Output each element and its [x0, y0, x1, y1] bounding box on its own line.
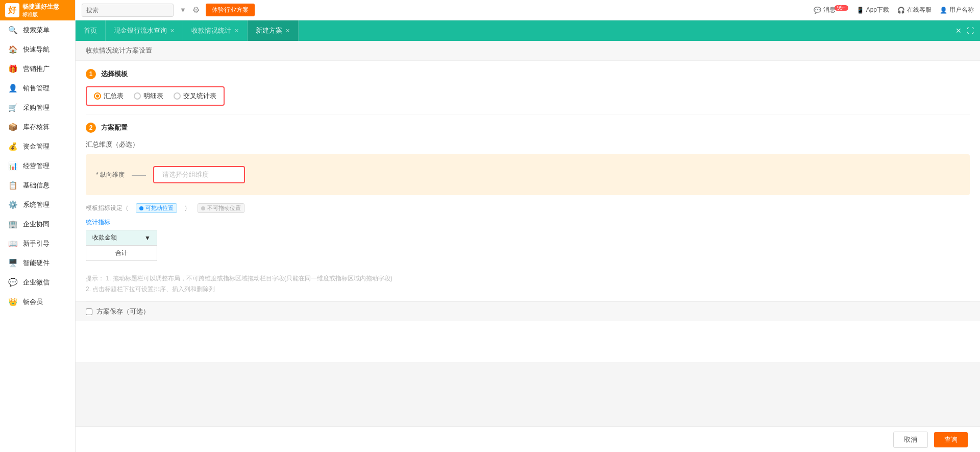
tips-section: 提示： 1. 拖动标题栏可以调整布局，不可跨维度或指标区域拖动栏目字段(只能在同…	[76, 269, 980, 301]
system-icon: ⚙️	[8, 200, 18, 209]
step2-title: 方案配置	[101, 123, 128, 132]
tab-receipt-stats-label: 收款情况统计	[191, 26, 231, 35]
step1-title: 选择模板	[101, 69, 128, 79]
tab-bar: 首页 现金银行流水查询 ✕ 收款情况统计 ✕ 新建方案 ✕ ✕ ⛶	[76, 20, 980, 41]
save-option: 方案保存（可选）	[76, 301, 980, 321]
online-service-btn[interactable]: 🎧 在线客服	[897, 6, 932, 14]
cancel-button[interactable]: 取消	[893, 432, 928, 448]
row-label: 合计	[115, 249, 128, 256]
step2-header: 2 方案配置	[86, 123, 970, 133]
step1-number: 1	[86, 69, 96, 79]
step1-header: 1 选择模板	[86, 69, 970, 79]
sidebar-item-system[interactable]: ⚙️ 系统管理	[0, 195, 75, 215]
user-icon: 👤	[940, 7, 947, 14]
metrics-separator: ）	[184, 204, 190, 212]
sidebar-label-marketing: 营销推广	[23, 64, 50, 74]
app-download-btn[interactable]: 📱 App下载	[856, 6, 889, 14]
tab-expand-icon[interactable]: ⛶	[967, 27, 974, 35]
enterprise-icon: 🏢	[8, 220, 18, 229]
sidebar-label-purchase: 采购管理	[23, 103, 50, 112]
metrics-table-header[interactable]: 收款金额 ▼	[86, 230, 157, 246]
non-movable-label: 不可拖动位置	[207, 204, 241, 212]
marketing-icon: 🎁	[8, 64, 18, 74]
save-checkbox[interactable]	[86, 308, 92, 315]
sidebar-label-finance: 资金管理	[23, 142, 50, 151]
quick-nav-icon: 🏠	[8, 45, 18, 54]
sidebar-item-search-menu[interactable]: 🔍 搜索菜单	[0, 20, 75, 40]
radio-cross-label: 交叉统计表	[183, 91, 216, 101]
sidebar-label-member: 畅会员	[23, 297, 43, 306]
tab-new-plan[interactable]: 新建方案 ✕	[248, 20, 299, 41]
tab-receipt-stats-close[interactable]: ✕	[234, 28, 239, 34]
header-right: 💬 消息 99+ 📱 App下载 🎧 在线客服 👤 用户名称	[814, 6, 974, 14]
tab-bar-actions: ✕ ⛶	[949, 20, 980, 41]
save-option-label: 方案保存（可选）	[96, 307, 150, 316]
tab-bank-flow-close[interactable]: ✕	[170, 28, 175, 34]
user-info[interactable]: 👤 用户名称	[940, 6, 974, 14]
radio-summary-label: 汇总表	[104, 91, 124, 101]
trial-btn[interactable]: 体验行业方案	[206, 4, 255, 16]
tab-new-plan-close[interactable]: ✕	[285, 28, 290, 34]
sidebar-item-marketing[interactable]: 🎁 营销推广	[0, 59, 75, 79]
tab-home[interactable]: 首页	[76, 20, 106, 41]
sidebar-label-guide: 新手引导	[23, 239, 50, 248]
sidebar-label-enterprise: 企业协同	[23, 220, 50, 229]
edition-badge: 标准版	[22, 11, 59, 18]
dimension-section-title: 汇总维度（必选）	[86, 140, 970, 149]
sidebar-item-inventory[interactable]: 📦 库存核算	[0, 117, 75, 137]
sidebar-item-wechat[interactable]: 💬 企业微信	[0, 273, 75, 292]
message-btn[interactable]: 💬 消息 99+	[814, 6, 848, 14]
search-input[interactable]	[82, 4, 174, 17]
dimension-select-placeholder: 请选择分组维度	[162, 170, 209, 179]
radio-cross-circle	[174, 92, 181, 100]
settings-icon[interactable]: ⚙	[192, 5, 200, 15]
sidebar-item-finance[interactable]: 💰 资金管理	[0, 137, 75, 156]
sidebar-item-enterprise[interactable]: 🏢 企业协同	[0, 215, 75, 234]
sidebar-label-sales: 销售管理	[23, 84, 50, 93]
inventory-icon: 📦	[8, 123, 18, 132]
non-movable-tag: 不可拖动位置	[198, 203, 244, 213]
app-icon: 📱	[856, 7, 864, 14]
sidebar-logo: 好 畅捷通好生意 标准版	[0, 0, 75, 20]
radio-summary[interactable]: 汇总表	[94, 91, 124, 101]
user-name: 用户名称	[949, 6, 974, 14]
message-badge: 99+	[835, 5, 848, 11]
metrics-content: 统计指标 收款金额 ▼ 合计	[86, 218, 970, 261]
top-header: ▼ ⚙ 体验行业方案 💬 消息 99+ 📱 App下载 🎧 在线客服 👤 用户名…	[76, 0, 980, 20]
step2-number: 2	[86, 123, 96, 133]
tab-bank-flow-label: 现金银行流水查询	[114, 26, 167, 35]
sidebar: 好 畅捷通好生意 标准版 🔍 搜索菜单 🏠 快速导航 🎁 营销推广 👤 销售管理…	[0, 0, 76, 452]
logo-text: 畅捷通好生意	[22, 3, 59, 11]
arrow-icon: ——	[132, 171, 146, 179]
sidebar-item-quick-nav[interactable]: 🏠 快速导航	[0, 40, 75, 59]
radio-detail[interactable]: 明细表	[134, 91, 163, 101]
sidebar-item-purchase[interactable]: 🛒 采购管理	[0, 98, 75, 117]
sidebar-item-sales[interactable]: 👤 销售管理	[0, 79, 75, 98]
message-icon: 💬	[814, 7, 821, 14]
sidebar-label-base-info: 基础信息	[23, 181, 50, 190]
app-download-label: App下载	[866, 6, 889, 14]
hardware-icon: 🖥️	[8, 258, 18, 268]
tab-receipt-stats[interactable]: 收款情况统计 ✕	[183, 20, 248, 41]
tip1: 提示： 1. 拖动标题栏可以调整布局，不可跨维度或指标区域拖动栏目字段(只能在同…	[86, 274, 970, 283]
page-title: 收款情况统计方案设置	[86, 46, 152, 54]
tab-close-all-icon[interactable]: ✕	[955, 27, 962, 35]
radio-cross[interactable]: 交叉统计表	[174, 91, 216, 101]
sidebar-item-base-info[interactable]: 📋 基础信息	[0, 176, 75, 195]
sidebar-label-system: 系统管理	[23, 200, 50, 209]
member-icon: 👑	[8, 297, 18, 306]
service-icon: 🎧	[897, 7, 905, 14]
page-content: 收款情况统计方案设置 1 选择模板 汇总表 明	[76, 41, 980, 362]
dropdown-arrow-icon[interactable]: ▼	[144, 234, 151, 242]
sidebar-item-guide[interactable]: 📖 新手引导	[0, 234, 75, 253]
query-button[interactable]: 查询	[934, 432, 968, 447]
sidebar-label-search-menu: 搜索菜单	[23, 26, 50, 35]
sidebar-item-hardware[interactable]: 🖥️ 智能硬件	[0, 253, 75, 273]
sidebar-item-management[interactable]: 📊 经营管理	[0, 156, 75, 176]
tab-new-plan-label: 新建方案	[256, 26, 282, 35]
tab-bank-flow[interactable]: 现金银行流水查询 ✕	[106, 20, 183, 41]
dimension-title-text: 汇总维度（必选）	[86, 140, 139, 149]
dimension-select[interactable]: 请选择分组维度	[153, 166, 245, 183]
sidebar-item-member[interactable]: 👑 畅会员	[0, 292, 75, 312]
step1-section: 1 选择模板 汇总表 明细表	[76, 61, 980, 114]
